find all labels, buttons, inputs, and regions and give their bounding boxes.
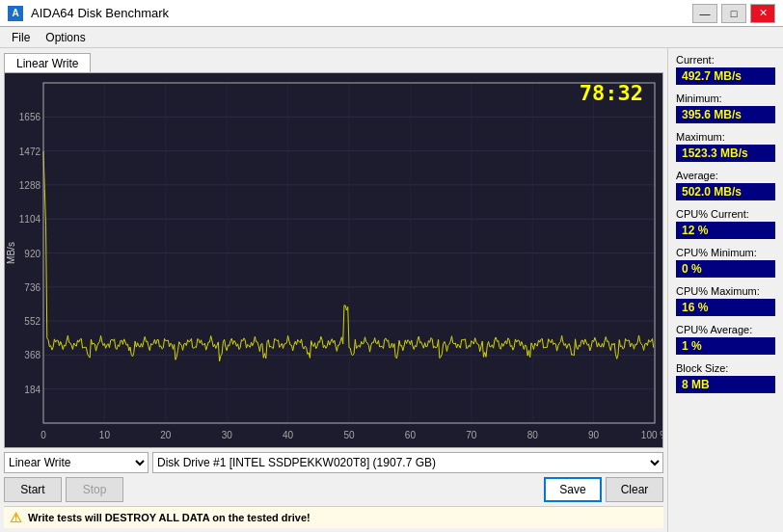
drive-select[interactable]: Disk Drive #1 [INTEL SSDPEKKW020T8] (190… xyxy=(152,452,663,473)
warning-icon: ⚠ xyxy=(10,510,22,525)
stop-button[interactable]: Stop xyxy=(66,477,123,502)
close-button[interactable]: ✕ xyxy=(750,4,775,23)
stat-minimum-value: 395.6 MB/s xyxy=(676,106,775,123)
stat-cpu-minimum: CPU% Minimum: 0 % xyxy=(676,247,775,278)
stat-maximum-value: 1523.3 MB/s xyxy=(676,145,775,162)
clear-button[interactable]: Clear xyxy=(606,477,663,502)
stat-maximum: Maximum: 1523.3 MB/s xyxy=(676,131,775,162)
stat-cpu-maximum-value: 16 % xyxy=(676,299,775,316)
stat-average-label: Average: xyxy=(676,170,775,181)
stat-cpu-maximum-label: CPU% Maximum: xyxy=(676,285,775,297)
window-title: AIDA64 Disk Benchmark xyxy=(31,6,169,20)
stat-block-size-label: Block Size: xyxy=(676,362,775,374)
stat-maximum-label: Maximum: xyxy=(676,131,775,143)
window-controls[interactable]: — □ ✕ xyxy=(692,4,775,23)
tab-strip: Linear Write xyxy=(0,48,667,72)
chart-container: 78:32 xyxy=(4,72,663,448)
stat-current: Current: 492.7 MB/s xyxy=(676,54,775,85)
stat-cpu-minimum-value: 0 % xyxy=(676,260,775,278)
chart-timer: 78:32 xyxy=(580,81,643,105)
stat-cpu-average-label: CPU% Average: xyxy=(676,324,775,335)
warning-bar: ⚠ Write tests will DESTROY ALL DATA on t… xyxy=(4,506,663,528)
save-button[interactable]: Save xyxy=(544,477,602,502)
tab-linear-write[interactable]: Linear Write xyxy=(4,53,91,73)
menu-bar: File Options xyxy=(0,27,783,48)
stat-cpu-average: CPU% Average: 1 % xyxy=(676,324,775,355)
stat-minimum-label: Minimum: xyxy=(676,93,775,104)
stat-average-value: 502.0 MB/s xyxy=(676,183,775,200)
stat-cpu-current-label: CPU% Current: xyxy=(676,208,775,220)
start-button[interactable]: Start xyxy=(4,477,62,502)
test-select[interactable]: Linear Write xyxy=(4,452,148,473)
right-panel: Current: 492.7 MB/s Minimum: 395.6 MB/s … xyxy=(667,48,783,532)
stat-block-size: Block Size: 8 MB xyxy=(676,362,775,393)
menu-file[interactable]: File xyxy=(4,29,38,46)
stat-block-size-value: 8 MB xyxy=(676,376,775,393)
title-bar: A AIDA64 Disk Benchmark — □ ✕ xyxy=(0,0,783,27)
left-panel: Linear Write 78:32 Linear Write Disk Dri… xyxy=(0,48,667,532)
bottom-controls: Linear Write Disk Drive #1 [INTEL SSDPEK… xyxy=(0,448,667,532)
stat-cpu-maximum: CPU% Maximum: 16 % xyxy=(676,285,775,316)
stat-cpu-minimum-label: CPU% Minimum: xyxy=(676,247,775,258)
control-row2: Start Stop Save Clear xyxy=(4,477,663,502)
stat-current-label: Current: xyxy=(676,54,775,66)
stat-minimum: Minimum: 395.6 MB/s xyxy=(676,93,775,123)
stat-cpu-average-value: 1 % xyxy=(676,337,775,355)
warning-text: Write tests will DESTROY ALL DATA on the… xyxy=(28,512,310,523)
main-content: Linear Write 78:32 Linear Write Disk Dri… xyxy=(0,48,783,532)
stat-cpu-current-value: 12 % xyxy=(676,222,775,239)
minimize-button[interactable]: — xyxy=(692,4,717,23)
app-icon: A xyxy=(8,6,23,21)
stat-current-value: 492.7 MB/s xyxy=(676,67,775,85)
stat-cpu-current: CPU% Current: 12 % xyxy=(676,208,775,239)
menu-options[interactable]: Options xyxy=(38,29,93,46)
chart-canvas xyxy=(5,73,662,447)
stat-average: Average: 502.0 MB/s xyxy=(676,170,775,200)
maximize-button[interactable]: □ xyxy=(721,4,746,23)
control-row1: Linear Write Disk Drive #1 [INTEL SSDPEK… xyxy=(4,452,663,473)
